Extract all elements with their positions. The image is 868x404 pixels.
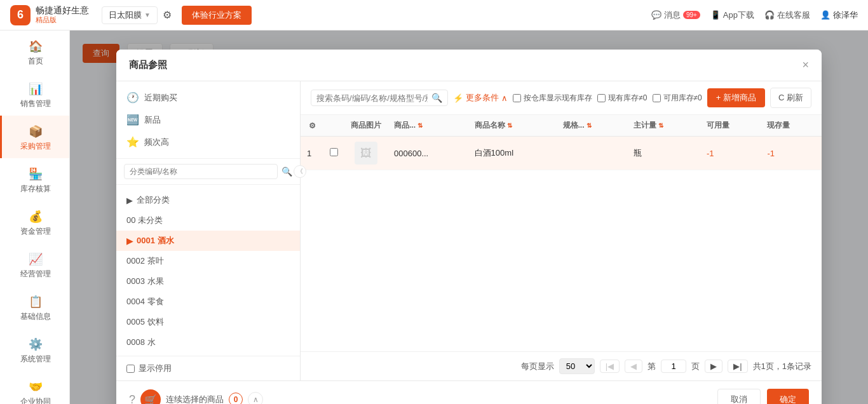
category-item-0[interactable]: 00 未分类 — [116, 210, 300, 231]
cancel-button[interactable]: 取消 — [717, 389, 761, 404]
brand-name: 畅捷通好生意 — [36, 5, 89, 16]
current-stock-checkbox[interactable] — [597, 94, 606, 102]
category-label-6: 0008 水 — [126, 337, 156, 348]
category-search-icon[interactable]: 🔍 — [281, 166, 292, 177]
filter-arrow-icon: ∧ — [501, 93, 508, 103]
per-page-select[interactable]: 50 100 200 — [559, 358, 595, 374]
logo: 6 畅捷通好生意 精品版 — [10, 5, 89, 25]
category-item-3[interactable]: 0003 水果 — [116, 271, 300, 292]
continuous-label: 连续选择的商品 — [166, 394, 224, 404]
page-label: 第 — [648, 361, 656, 372]
collapse-footer-button[interactable]: ∧ — [248, 392, 263, 404]
sidebar-item-system[interactable]: ⚙️ 系统管理 — [0, 328, 69, 371]
th-spec[interactable]: 规格... ⇅ — [557, 115, 628, 137]
logo-icon: 6 — [10, 5, 31, 25]
confirm-button[interactable]: 确定 — [767, 389, 809, 404]
available-stock-checkbox-label[interactable]: 可用库存≠0 — [653, 93, 702, 104]
prev-page-button[interactable]: ◀ — [625, 360, 642, 373]
page-input[interactable] — [661, 360, 686, 373]
pagination: 每页显示 50 100 200 |◀ ◀ 第 页 ▶ — [301, 351, 822, 380]
online-service-nav-item[interactable]: 🎧 在线客服 — [764, 10, 810, 21]
product-search-input[interactable] — [316, 93, 428, 103]
sidebar-item-purchase[interactable]: 📦 采购管理 — [0, 116, 69, 158]
sidebar-label-finance: 资金管理 — [20, 226, 51, 237]
sort-unit-icon: ⇅ — [658, 122, 663, 129]
continuous-count: 0 — [229, 393, 243, 404]
sidebar-item-management[interactable]: 📈 经营管理 — [0, 243, 69, 286]
td-available: -1 — [700, 137, 761, 170]
category-search: 🔍 — [116, 159, 300, 184]
avatar: 👤 — [820, 10, 831, 20]
help-icon[interactable]: ? — [129, 393, 135, 405]
home-icon: 🏠 — [29, 39, 43, 53]
settings-icon[interactable]: ⚙ — [163, 9, 172, 21]
panel-collapse-button[interactable]: 《 — [294, 165, 306, 178]
row-checkbox[interactable] — [330, 148, 338, 156]
category-label-0: 00 未分类 — [126, 215, 163, 226]
sidebar-item-home[interactable]: 🏠 首页 — [0, 30, 69, 73]
category-item-6[interactable]: 0008 水 — [116, 332, 300, 353]
category-label-2: 0002 茶叶 — [126, 255, 164, 267]
phone-icon: 📱 — [710, 10, 721, 20]
th-unit[interactable]: 主计量 ⇅ — [627, 115, 700, 137]
sidebar-item-sales[interactable]: 📊 销售管理 — [0, 73, 69, 116]
category-item-5[interactable]: 0005 饮料 — [116, 312, 300, 332]
filter-button[interactable]: ⚡ 更多条件 ∧ — [453, 92, 508, 104]
sales-icon: 📊 — [29, 82, 43, 96]
warehouse-stock-checkbox-label[interactable]: 按仓库显示现有库存 — [513, 93, 592, 104]
td-name: 白酒100ml — [468, 137, 557, 170]
messages-nav-item[interactable]: 💬 消息 99+ — [651, 10, 700, 21]
available-stock-checkbox[interactable] — [653, 94, 661, 102]
sidebar-item-finance[interactable]: 💰 资金管理 — [0, 201, 69, 243]
modal-close-button[interactable]: × — [802, 58, 809, 72]
enterprise-icon: 🤝 — [29, 380, 43, 394]
th-code[interactable]: 商品... ⇅ — [388, 115, 468, 137]
right-panel: 🔍 ⚡ 更多条件 ∧ 按仓库显示现有库存 — [301, 81, 822, 380]
td-checkbox[interactable] — [323, 137, 344, 170]
current-stock-checkbox-label[interactable]: 现有库存≠0 — [597, 93, 647, 104]
category-item-2[interactable]: 0002 茶叶 — [116, 251, 300, 271]
sidebar-item-enterprise[interactable]: 🤝 企业协同 — [0, 371, 69, 404]
sidebar-item-basic[interactable]: 📋 基础信息 — [0, 286, 69, 328]
warehouse-stock-checkbox[interactable] — [513, 94, 521, 102]
modal-title: 商品参照 — [129, 59, 167, 71]
store-selector[interactable]: 日太阳膜 ▼ — [102, 6, 158, 24]
nav-recent-purchase[interactable]: 🕐 近期购买 — [116, 86, 300, 109]
modal-body: 🕐 近期购买 🆕 新品 ⭐ 频次高 — [116, 81, 822, 380]
messages-label: 消息 — [664, 10, 681, 21]
sort-code-icon: ⇅ — [417, 122, 423, 129]
show-disabled-label: 显示停用 — [139, 363, 172, 374]
product-table-wrap: ⚙ 商品图片 商品... ⇅ 商品名称 — [301, 115, 822, 351]
app-download-nav-item[interactable]: 📱 App下载 — [710, 10, 754, 21]
clock-icon: 🕐 — [126, 91, 139, 104]
sidebar-label-enterprise: 企业协同 — [20, 396, 51, 404]
category-item-1[interactable]: ▶ 0001 酒水 — [116, 231, 300, 251]
next-page-button[interactable]: ▶ — [705, 360, 722, 373]
sidebar-label-management: 经营管理 — [20, 269, 51, 279]
category-item-all[interactable]: ▶ 全部分类 — [116, 190, 300, 210]
first-page-button[interactable]: |◀ — [600, 360, 620, 373]
left-panel: 🕐 近期购买 🆕 新品 ⭐ 频次高 — [116, 81, 301, 380]
cart-button[interactable]: 🛒 — [140, 389, 161, 404]
last-page-button[interactable]: ▶| — [728, 360, 747, 373]
sidebar-item-inventory[interactable]: 🏪 库存核算 — [0, 158, 69, 201]
show-disabled-checkbox[interactable] — [126, 365, 135, 373]
product-search-wrap: 🔍 — [311, 90, 448, 106]
nav-high-frequency[interactable]: ⭐ 频次高 — [116, 131, 300, 153]
sidebar-label-inventory: 库存核算 — [20, 184, 51, 194]
nav-new-products[interactable]: 🆕 新品 — [116, 109, 300, 131]
product-search-icon[interactable]: 🔍 — [431, 93, 442, 103]
category-search-input[interactable] — [124, 164, 278, 179]
user-nav-item[interactable]: 👤 徐泽华 — [820, 10, 858, 21]
finance-icon: 💰 — [29, 210, 43, 224]
add-product-button[interactable]: + 新增商品 — [707, 88, 765, 107]
table-row[interactable]: 1 🖼 000600... 白酒100ml — [301, 137, 822, 170]
th-settings[interactable]: ⚙ — [301, 115, 323, 137]
th-name[interactable]: 商品名称 ⇅ — [468, 115, 557, 137]
experience-button[interactable]: 体验行业方案 — [182, 6, 252, 25]
refresh-button[interactable]: C 刷新 — [770, 88, 811, 108]
category-item-4[interactable]: 0004 零食 — [116, 292, 300, 312]
filter-icon: ⚡ — [453, 93, 463, 103]
filter-label: 更多条件 — [466, 92, 499, 104]
th-checkbox — [323, 115, 344, 137]
